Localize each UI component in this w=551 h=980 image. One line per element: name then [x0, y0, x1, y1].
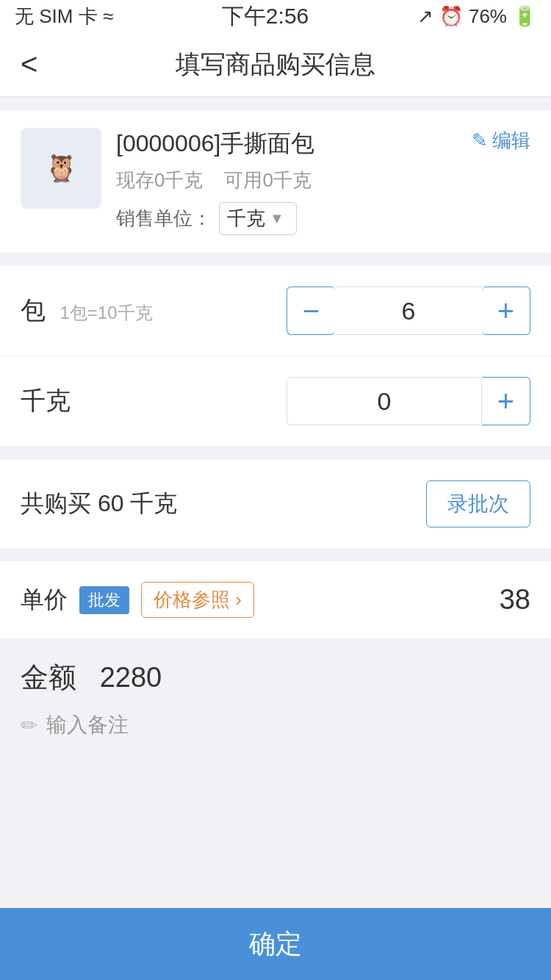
product-logo-icon: 🦉	[45, 153, 78, 184]
product-name: [0000006]手撕面包	[116, 128, 530, 160]
amount-section: 金额 2280 ✏ 输入备注	[0, 638, 551, 760]
status-left: 无 SIM 卡 ≈	[15, 4, 113, 29]
page-title: 填写商品购买信息	[176, 48, 375, 82]
amount-row: 金额 2280	[21, 659, 530, 711]
product-thumbnail: 🦉	[21, 128, 101, 209]
status-bar: 无 SIM 卡 ≈ 下午2:56 ↗ ⏰ 76% 🔋	[0, 0, 551, 32]
package-sublabel: 1包=10千克	[60, 303, 152, 323]
edit-button[interactable]: ✎ 编辑	[472, 128, 530, 154]
price-value: 38	[500, 584, 530, 616]
price-tag-badge: 批发	[79, 586, 129, 614]
remark-row[interactable]: ✏ 输入备注	[21, 711, 530, 760]
batch-record-button[interactable]: 录批次	[426, 480, 530, 527]
dropdown-arrow-icon: ▼	[270, 210, 284, 227]
package-increment-button[interactable]: +	[482, 287, 530, 335]
kg-quantity-control: +	[287, 377, 530, 425]
package-label: 包 1包=10千克	[21, 294, 287, 328]
summary-section: 共购买 60 千克 录批次	[0, 460, 551, 548]
remark-placeholder: 输入备注	[46, 711, 129, 739]
kg-label: 千克	[21, 384, 287, 418]
stock-available: 可用0千克	[224, 169, 311, 191]
package-decrement-button[interactable]: −	[287, 287, 335, 335]
battery-level: 76%	[469, 5, 507, 28]
nav-bar: < 填写商品购买信息	[0, 32, 551, 97]
edit-label: 编辑	[492, 128, 530, 154]
price-label: 单价	[21, 584, 68, 616]
quantity-section: 包 1包=10千克 − + 千克 +	[0, 266, 551, 447]
unit-select[interactable]: 千克 ▼	[219, 202, 297, 235]
product-info: [0000006]手撕面包 现存0千克 可用0千克 销售单位： 千克 ▼	[116, 128, 530, 235]
status-right: ↗ ⏰ 76% 🔋	[417, 5, 536, 28]
battery-icon: 🔋	[513, 5, 536, 28]
kg-row: 千克 +	[0, 356, 551, 447]
product-stock: 现存0千克 可用0千克	[116, 167, 530, 193]
sim-status: 无 SIM 卡 ≈	[15, 4, 113, 29]
product-unit-row: 销售单位： 千克 ▼	[116, 202, 530, 235]
product-card: 🦉 [0000006]手撕面包 现存0千克 可用0千克 销售单位： 千克 ▼ ✎…	[0, 110, 551, 253]
alarm-icon: ⏰	[439, 5, 463, 28]
back-button[interactable]: <	[21, 48, 37, 81]
amount-label: 金额	[21, 662, 76, 693]
package-quantity-input[interactable]	[335, 287, 482, 335]
total-quantity-text: 共购买 60 千克	[21, 488, 177, 520]
price-section: 单价 批发 价格参照 › 38	[0, 561, 551, 638]
package-row: 包 1包=10千克 − +	[0, 266, 551, 356]
location-icon: ↗	[417, 5, 433, 28]
unit-value: 千克	[227, 206, 265, 231]
unit-label: 销售单位：	[116, 206, 212, 231]
package-quantity-control: − +	[287, 287, 530, 335]
kg-quantity-input[interactable]	[287, 377, 482, 425]
stock-current: 现存0千克	[116, 169, 203, 191]
price-reference-button[interactable]: 价格参照 ›	[141, 582, 254, 618]
edit-icon: ✎	[472, 129, 488, 152]
pencil-icon: ✏	[21, 713, 37, 738]
amount-value: 2280	[100, 662, 162, 693]
kg-increment-button[interactable]: +	[482, 377, 530, 425]
status-time: 下午2:56	[222, 1, 309, 32]
confirm-button[interactable]: 确定	[0, 908, 551, 980]
